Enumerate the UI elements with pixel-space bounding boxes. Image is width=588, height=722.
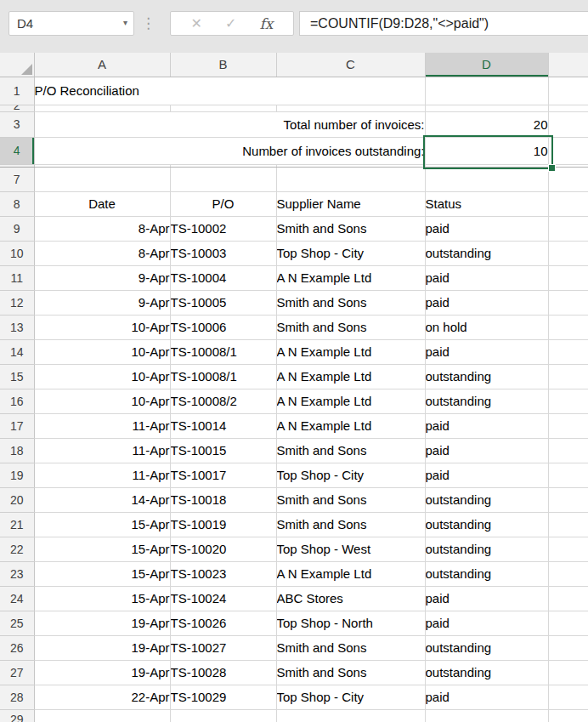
cell-A22[interactable]: 15-Apr: [34, 537, 170, 561]
cell-E28[interactable]: [548, 685, 588, 709]
column-header-B[interactable]: B: [170, 53, 276, 77]
cell-E26[interactable]: [548, 635, 588, 660]
cell-C14[interactable]: A N Example Ltd: [276, 339, 425, 364]
cell-E4[interactable]: [548, 137, 588, 164]
cell-A26[interactable]: 19-Apr: [34, 635, 170, 660]
cell-C11[interactable]: A N Example Ltd: [276, 265, 425, 290]
row-header-22[interactable]: 22: [0, 537, 34, 561]
cell-E10[interactable]: [548, 241, 588, 265]
enter-icon[interactable]: ✓: [225, 15, 236, 31]
name-box[interactable]: D4 ▾: [8, 11, 134, 36]
cell-B24[interactable]: TS-10024: [170, 586, 276, 611]
cell-C15[interactable]: A N Example Ltd: [276, 364, 425, 389]
cell-C2[interactable]: [276, 105, 425, 111]
insert-function-icon[interactable]: fx: [260, 15, 274, 32]
cell-C9[interactable]: Smith and Sons: [276, 216, 425, 241]
cell-A23[interactable]: 15-Apr: [34, 561, 170, 586]
cell-A9[interactable]: 8-Apr: [34, 216, 170, 241]
cell-A13[interactable]: 10-Apr: [34, 315, 170, 339]
cell-D16[interactable]: outstanding: [425, 389, 548, 413]
cell-B10[interactable]: TS-10003: [170, 241, 276, 265]
name-box-dropdown-icon[interactable]: ▾: [123, 19, 127, 27]
row-header-18[interactable]: 18: [0, 438, 34, 463]
cell-D23[interactable]: outstanding: [425, 561, 548, 586]
cell-E3[interactable]: [548, 111, 588, 137]
row-header-13[interactable]: 13: [0, 315, 34, 339]
cell-C3-label[interactable]: Total number of invoices:: [34, 111, 425, 137]
cell-C4-label[interactable]: Number of invoices outstanding:: [34, 137, 425, 164]
cell-C27[interactable]: Smith and Sons: [276, 660, 425, 685]
cell-E14[interactable]: [548, 339, 588, 364]
cell-A17[interactable]: 11-Apr: [34, 413, 170, 438]
cell-A18[interactable]: 11-Apr: [34, 438, 170, 463]
cell-E16[interactable]: [548, 389, 588, 413]
cell-C17[interactable]: A N Example Ltd: [276, 413, 425, 438]
cell-A16[interactable]: 10-Apr: [34, 389, 170, 413]
cell-E15[interactable]: [548, 364, 588, 389]
cell-E11[interactable]: [548, 265, 588, 290]
cell-B18[interactable]: TS-10015: [170, 438, 276, 463]
cell-D20[interactable]: outstanding: [425, 487, 548, 512]
cell-D9[interactable]: paid: [425, 216, 548, 241]
row-header-19[interactable]: 19: [0, 463, 34, 487]
row-header-15[interactable]: 15: [0, 364, 34, 389]
cell-E2[interactable]: [548, 105, 588, 111]
cell-B12[interactable]: TS-10005: [170, 290, 276, 315]
cell-D1[interactable]: [425, 77, 548, 105]
row-header-29-partial[interactable]: 29: [0, 709, 34, 722]
cell-E21[interactable]: [548, 512, 588, 537]
row-header-24[interactable]: 24: [0, 586, 34, 611]
cell-A12[interactable]: 9-Apr: [34, 290, 170, 315]
cell-B7[interactable]: [170, 167, 276, 191]
cell-E12[interactable]: [548, 290, 588, 315]
cell-B11[interactable]: TS-10004: [170, 265, 276, 290]
cell-D24[interactable]: paid: [425, 586, 548, 611]
cell-D17[interactable]: paid: [425, 413, 548, 438]
row-header-21[interactable]: 21: [0, 512, 34, 537]
cell-C16[interactable]: A N Example Ltd: [276, 389, 425, 413]
cell-C28[interactable]: Top Shop - City: [276, 685, 425, 709]
row-header-27[interactable]: 27: [0, 660, 34, 685]
cell-C24[interactable]: ABC Stores: [276, 586, 425, 611]
cell-A27[interactable]: 19-Apr: [34, 660, 170, 685]
select-all-button[interactable]: [0, 53, 34, 77]
cell-A2[interactable]: [34, 105, 170, 111]
cell-A24[interactable]: 15-Apr: [34, 586, 170, 611]
cell-B25[interactable]: TS-10026: [170, 611, 276, 635]
cell-D2[interactable]: [425, 105, 548, 111]
cell-D12[interactable]: paid: [425, 290, 548, 315]
cell-B16[interactable]: TS-10008/2: [170, 389, 276, 413]
cell-A8-header-date[interactable]: Date: [34, 191, 170, 216]
cell-D27[interactable]: outstanding: [425, 660, 548, 685]
row-header-1[interactable]: 1: [0, 77, 34, 105]
cell-E27[interactable]: [548, 660, 588, 685]
cell-E24[interactable]: [548, 586, 588, 611]
cell-B13[interactable]: TS-10006: [170, 315, 276, 339]
cell-C26[interactable]: Smith and Sons: [276, 635, 425, 660]
cell-D29[interactable]: [425, 709, 548, 722]
cell-D4-active[interactable]: 10: [425, 137, 548, 164]
toolbar-separator-dots-icon[interactable]: ⋮: [141, 14, 155, 32]
cell-B29[interactable]: [170, 709, 276, 722]
cell-E17[interactable]: [548, 413, 588, 438]
cell-D10[interactable]: outstanding: [425, 241, 548, 265]
row-header-11[interactable]: 11: [0, 265, 34, 290]
column-header-C[interactable]: C: [276, 53, 425, 77]
cell-B26[interactable]: TS-10027: [170, 635, 276, 660]
cell-E9[interactable]: [548, 216, 588, 241]
cell-C10[interactable]: Top Shop - City: [276, 241, 425, 265]
cell-E23[interactable]: [548, 561, 588, 586]
cell-E18[interactable]: [548, 438, 588, 463]
cell-B14[interactable]: TS-10008/1: [170, 339, 276, 364]
cell-B23[interactable]: TS-10023: [170, 561, 276, 586]
cell-B20[interactable]: TS-10018: [170, 487, 276, 512]
cell-D8-header-status[interactable]: Status: [425, 191, 548, 216]
cell-A29[interactable]: [34, 709, 170, 722]
cell-C21[interactable]: Smith and Sons: [276, 512, 425, 537]
cell-B28[interactable]: TS-10029: [170, 685, 276, 709]
cell-E19[interactable]: [548, 463, 588, 487]
row-header-9[interactable]: 9: [0, 216, 34, 241]
cell-B2[interactable]: [170, 105, 276, 111]
cell-D3-value[interactable]: 20: [425, 111, 548, 137]
cell-E7[interactable]: [548, 167, 588, 191]
